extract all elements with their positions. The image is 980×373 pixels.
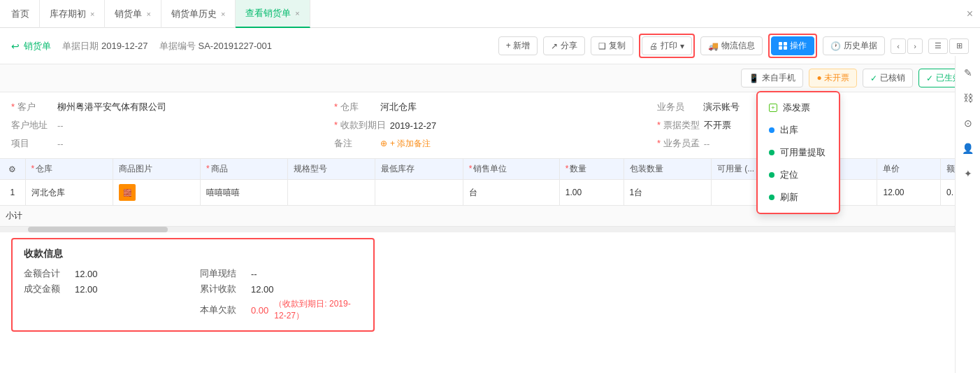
outstanding-row: 本单欠款 0.00 （收款到期日: 2019-12-27） xyxy=(200,298,362,322)
tab-sales-order[interactable]: 销货单 × xyxy=(105,0,161,28)
row-warehouse: 河北仓库 xyxy=(25,180,113,206)
doc-type-label: 销货单 xyxy=(24,40,51,52)
row-sales-unit: 台 xyxy=(463,180,559,206)
share-button[interactable]: ↗ 分享 xyxy=(543,36,585,55)
outbound-menu-item[interactable]: 出库 xyxy=(758,119,839,141)
edit-icon[interactable]: ✎ xyxy=(957,62,979,84)
print-dropdown-icon: ▾ xyxy=(680,41,684,51)
ops-button[interactable]: 操作 xyxy=(771,36,814,55)
outstanding-label: 本单欠款 xyxy=(200,304,245,316)
doc-date-value: 2019-12-27 xyxy=(101,41,148,51)
history-icon: 🕐 xyxy=(830,41,841,51)
doc-type-icon: ↩ xyxy=(11,41,20,52)
phone-icon: 📱 xyxy=(749,73,759,83)
col-min-stock: 最低库存 xyxy=(375,159,463,180)
share-icon: ↗ xyxy=(551,41,558,51)
available-qty-icon xyxy=(769,150,774,155)
available-qty-menu-item[interactable]: 可用量提取 xyxy=(758,141,839,164)
same-order-label: 同单现结 xyxy=(200,267,245,280)
total-amount-label: 金额合计 xyxy=(24,267,69,280)
row-quantity: 1.00 xyxy=(559,180,624,206)
project-value: -- xyxy=(57,139,64,149)
salesperson-value: -- xyxy=(704,139,710,149)
history-button[interactable]: 🕐 历史单据 xyxy=(823,36,885,55)
due-date-value: 2019-12-27 xyxy=(390,120,437,131)
list-view-button[interactable]: ☰ xyxy=(928,38,948,54)
window-close-button[interactable]: × xyxy=(967,8,973,20)
due-date-hint: （收款到期日: 2019-12-27） xyxy=(274,298,362,322)
locate-menu-item[interactable]: 定位 xyxy=(758,164,839,186)
col-warehouse: *仓库 xyxy=(25,159,113,180)
customer-value: 柳州粤港平安气体有限公司 xyxy=(57,101,166,113)
remark-label: 备注 xyxy=(334,137,376,150)
product-image: 🧱 xyxy=(119,184,136,201)
col-unit-price: 单价 xyxy=(877,159,941,180)
user-icon[interactable]: 👤 xyxy=(957,137,979,160)
add-remark-icon: ⊕ xyxy=(380,139,387,148)
staff-value: 演示账号 xyxy=(703,101,740,113)
circle-icon[interactable]: ⊙ xyxy=(957,112,979,134)
view-toggle: ☰ ⊞ xyxy=(928,38,969,54)
action-row: 📱 来自手机 ● 未开票 ✓ 已核销 ✓ 已生效 xyxy=(0,64,980,92)
salesperson-label: 业务员孟 xyxy=(657,137,700,150)
new-button[interactable]: + 新增 xyxy=(498,36,538,55)
scroll-thumb[interactable] xyxy=(28,227,168,232)
refresh-icon xyxy=(769,195,774,200)
link-icon[interactable]: ⛓ xyxy=(957,87,979,109)
ticket-type-value: 不开票 xyxy=(704,119,731,132)
star-icon[interactable]: ✦ xyxy=(957,162,979,185)
payment-grid: 金额合计 12.00 成交金额 12.00 同单现结 -- 累计收款 xyxy=(24,267,362,322)
warehouse-value: 河北仓库 xyxy=(380,101,417,113)
same-order-row: 同单现结 -- xyxy=(200,267,362,280)
ops-dropdown-menu: + 添发票 出库 可用量提取 定位 刷新 xyxy=(756,91,840,214)
row-package-qty: 1台 xyxy=(624,180,711,206)
doc-header: ↩ 销货单 单据日期 2019-12-27 单据编号 SA-20191227-0… xyxy=(0,28,980,64)
tab-view-sales[interactable]: 查看销货单 × xyxy=(236,0,310,28)
transaction-label: 成交金额 xyxy=(24,283,69,295)
remark-field: 备注 ⊕ + 添加备注 xyxy=(334,137,646,150)
horizontal-scrollbar[interactable] xyxy=(0,227,980,232)
payment-info-box: 收款信息 金额合计 12.00 成交金额 12.00 同单现结 -- xyxy=(11,238,375,332)
logistics-button[interactable]: 🚚 物流信息 xyxy=(700,36,763,55)
invoice-status-button[interactable]: ● 未开票 xyxy=(809,69,857,87)
effective-icon: ✓ xyxy=(926,73,933,83)
prev-record-button[interactable]: ‹ xyxy=(891,38,906,54)
total-amount-value: 12.00 xyxy=(75,269,98,279)
grid-view-button[interactable]: ⊞ xyxy=(949,38,969,54)
tab-inventory-init[interactable]: 库存期初 × xyxy=(40,0,105,28)
close-sales-order-tab[interactable]: × xyxy=(146,10,150,18)
print-icon: 🖨 xyxy=(649,41,658,51)
close-inventory-init-tab[interactable]: × xyxy=(90,10,94,18)
close-sales-history-tab[interactable]: × xyxy=(221,10,225,18)
right-sidebar: ✎ ⛓ ⊙ 👤 ✦ ⤢ xyxy=(955,56,980,373)
col-product: *商品 xyxy=(200,159,287,180)
row-num: 1 xyxy=(0,180,25,206)
print-button[interactable]: 🖨 打印 ▾ xyxy=(642,36,692,55)
doc-meta: 单据日期 2019-12-27 单据编号 SA-20191227-001 xyxy=(62,40,272,52)
ticket-type-label: 票据类型 xyxy=(657,119,700,132)
add-invoice-menu-item[interactable]: + 添发票 xyxy=(758,97,839,119)
warehouse-field: 仓库 河北仓库 xyxy=(334,101,646,113)
confirm-button[interactable]: ✓ 已核销 xyxy=(863,69,913,87)
project-label: 项目 xyxy=(11,137,53,150)
close-view-sales-tab[interactable]: × xyxy=(295,9,299,17)
col-spec: 规格型号 xyxy=(288,159,375,180)
tab-home[interactable]: 首页 xyxy=(6,0,40,28)
outbound-icon xyxy=(769,127,774,133)
address-field: 客户地址 -- xyxy=(11,119,323,132)
transaction-value: 12.00 xyxy=(75,284,98,295)
next-record-button[interactable]: › xyxy=(907,38,923,54)
from-phone-button[interactable]: 📱 来自手机 xyxy=(741,69,803,87)
cumulative-value: 12.00 xyxy=(251,284,274,295)
outstanding-value: 0.00 xyxy=(251,305,268,316)
add-remark-button[interactable]: ⊕ + 添加备注 xyxy=(380,138,431,150)
payment-info-title: 收款信息 xyxy=(24,248,362,260)
tab-sales-history[interactable]: 销货单历史 × xyxy=(161,0,236,28)
doc-number-field: 单据编号 SA-20191227-001 xyxy=(159,40,273,52)
refresh-menu-item[interactable]: 刷新 xyxy=(758,186,839,209)
copy-button[interactable]: ❑ 复制 xyxy=(591,36,633,55)
total-amount-row: 金额合计 12.00 xyxy=(24,267,186,280)
col-sales-unit: *销售单位 xyxy=(463,159,559,180)
col-gear[interactable]: ⚙ xyxy=(0,159,25,180)
col-package-qty: 包装数量 xyxy=(624,159,711,180)
